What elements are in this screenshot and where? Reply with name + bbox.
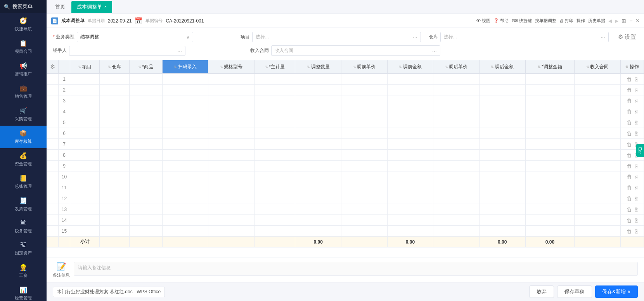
row-9-qty[interactable] xyxy=(295,161,341,171)
sidebar-search[interactable]: 🔍 搜索菜单 xyxy=(0,0,47,13)
row-7-qty[interactable] xyxy=(295,139,341,150)
row-13-before_price[interactable] xyxy=(341,204,388,215)
row-14-project[interactable] xyxy=(70,215,100,226)
business-type-input[interactable]: 结存调整 ∨ xyxy=(77,32,193,42)
row-9-spec[interactable] xyxy=(208,161,254,171)
row-15-before_amount[interactable] xyxy=(387,226,433,237)
row-13-qty[interactable] xyxy=(295,204,341,215)
row-10-income_contract[interactable] xyxy=(575,171,621,182)
row-4-income_contract[interactable] xyxy=(575,106,621,117)
warehouse-input[interactable]: 选择... ··· xyxy=(440,32,609,42)
row-2-spec[interactable] xyxy=(208,85,254,95)
row-9-after_price[interactable] xyxy=(433,161,480,171)
row-7-scan[interactable] xyxy=(162,139,208,150)
sidebar-item-sales-mgmt[interactable]: 💼 销售管理 xyxy=(0,81,47,103)
view-btn[interactable]: 👁 视图 xyxy=(476,18,490,24)
row-2-warehouse[interactable] xyxy=(100,85,129,95)
row-2-before_price[interactable] xyxy=(341,85,388,95)
row-15-spec[interactable] xyxy=(208,226,254,237)
row-11-before_price[interactable] xyxy=(341,182,388,193)
row-8-scan[interactable] xyxy=(162,150,208,161)
row-5-delete-btn[interactable]: 🗑 xyxy=(626,119,633,126)
col-settings[interactable]: ⚙ xyxy=(47,60,59,74)
save-draft-button[interactable]: 保存草稿 xyxy=(557,285,592,298)
row-8-before_price[interactable] xyxy=(341,150,388,161)
row-11-delete-btn[interactable]: 🗑 xyxy=(626,185,633,191)
row-9-project[interactable] xyxy=(70,161,100,171)
row-1-income_contract[interactable] xyxy=(575,74,621,85)
row-14-scan[interactable] xyxy=(162,215,208,226)
row-3-spec[interactable] xyxy=(208,95,254,106)
row-3-scan[interactable] xyxy=(162,95,208,106)
row-7-project[interactable] xyxy=(70,139,100,150)
row-11-spec[interactable] xyxy=(208,182,254,193)
row-4-product[interactable] xyxy=(129,106,162,117)
row-15-income_contract[interactable] xyxy=(575,226,621,237)
row-12-unit[interactable] xyxy=(254,193,295,204)
row-5-product[interactable] xyxy=(129,117,162,128)
row-1-unit[interactable] xyxy=(254,74,295,85)
row-14-spec[interactable] xyxy=(208,215,254,226)
row-11-income_contract[interactable] xyxy=(575,182,621,193)
row-4-spec[interactable] xyxy=(208,106,254,117)
row-5-before_amount[interactable] xyxy=(387,117,433,128)
sidebar-item-project-contract[interactable]: 📋 项目合同 xyxy=(0,36,47,58)
nav-next[interactable]: ▶ xyxy=(615,18,618,24)
row-9-copy-btn[interactable]: ⎘ xyxy=(634,163,639,169)
row-3-unit[interactable] xyxy=(254,95,295,106)
row-8-project[interactable] xyxy=(70,150,100,161)
row-2-qty[interactable] xyxy=(295,85,341,95)
row-8-unit[interactable] xyxy=(254,150,295,161)
row-1-copy-btn[interactable]: ⎘ xyxy=(634,76,639,82)
row-13-income_contract[interactable] xyxy=(575,204,621,215)
row-13-after_amount[interactable] xyxy=(479,204,525,215)
row-1-delete-btn[interactable]: 🗑 xyxy=(626,76,633,82)
row-7-after_price[interactable] xyxy=(433,139,480,150)
row-6-project[interactable] xyxy=(70,128,100,139)
row-10-after_price[interactable] xyxy=(433,171,480,182)
row-12-project[interactable] xyxy=(70,193,100,204)
notes-input[interactable]: 请输入备注信息 xyxy=(74,262,638,276)
right-edge-tab[interactable]: Ear xyxy=(636,144,644,157)
row-3-delete-btn[interactable]: 🗑 xyxy=(626,98,633,104)
save-new-button[interactable]: 保存&新增 ∨ xyxy=(595,285,638,298)
row-15-after_amount[interactable] xyxy=(479,226,525,237)
row-10-spec[interactable] xyxy=(208,171,254,182)
row-8-after_price[interactable] xyxy=(433,150,480,161)
window-close-btn[interactable]: × xyxy=(636,17,639,24)
row-2-delete-btn[interactable]: 🗑 xyxy=(626,87,633,93)
row-6-copy-btn[interactable]: ⎘ xyxy=(634,130,639,137)
row-4-after_price[interactable] xyxy=(433,106,480,117)
row-11-qty[interactable] xyxy=(295,182,341,193)
row-5-warehouse[interactable] xyxy=(100,117,129,128)
row-5-income_contract[interactable] xyxy=(575,117,621,128)
row-5-spec[interactable] xyxy=(208,117,254,128)
row-4-scan[interactable] xyxy=(162,106,208,117)
row-9-before_amount[interactable] xyxy=(387,161,433,171)
row-11-copy-btn[interactable]: ⎘ xyxy=(634,185,639,191)
row-9-after_amount[interactable] xyxy=(479,161,525,171)
row-8-spec[interactable] xyxy=(208,150,254,161)
row-15-copy-btn[interactable]: ⎘ xyxy=(634,228,639,234)
row-14-after_amount[interactable] xyxy=(479,215,525,226)
discard-button[interactable]: 放弃 xyxy=(529,285,554,298)
save-new-dropdown-icon[interactable]: ∨ xyxy=(627,289,631,294)
row-3-copy-btn[interactable]: ⎘ xyxy=(634,98,639,104)
row-3-before_price[interactable] xyxy=(341,95,388,106)
row-12-before_price[interactable] xyxy=(341,193,388,204)
taskbar-wps-item[interactable]: 木门行业好业财处理方案-暮红红.doc - WPS Office xyxy=(53,287,165,297)
row-13-delete-btn[interactable]: 🗑 xyxy=(626,206,633,213)
row-11-project[interactable] xyxy=(70,182,100,193)
row-1-before_amount[interactable] xyxy=(387,74,433,85)
row-10-unit[interactable] xyxy=(254,171,295,182)
row-5-unit[interactable] xyxy=(254,117,295,128)
row-5-after_amount[interactable] xyxy=(479,117,525,128)
row-3-income_contract[interactable] xyxy=(575,95,621,106)
tab-close-icon[interactable]: × xyxy=(104,5,107,9)
row-15-adj_amount[interactable] xyxy=(525,226,575,237)
row-11-unit[interactable] xyxy=(254,182,295,193)
shortcut-btn[interactable]: ⌨ 快捷键 xyxy=(512,18,532,24)
row-3-project[interactable] xyxy=(70,95,100,106)
row-12-warehouse[interactable] xyxy=(100,193,129,204)
row-2-copy-btn[interactable]: ⎘ xyxy=(634,87,639,93)
